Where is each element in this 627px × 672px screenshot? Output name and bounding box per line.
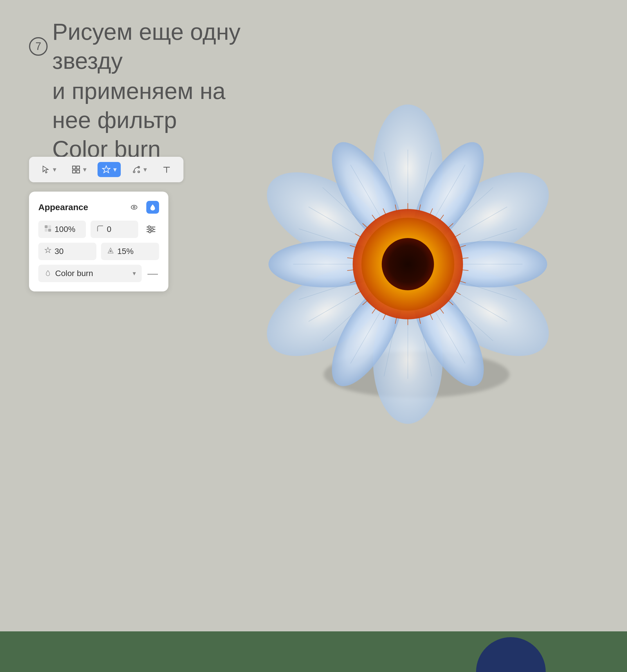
flower-svg — [248, 104, 568, 424]
svg-point-7 — [131, 205, 137, 209]
opacity-field[interactable]: 100% — [38, 221, 86, 238]
svg-point-90 — [382, 238, 434, 290]
pen-tool[interactable]: ▾ — [128, 162, 151, 177]
points-icon — [44, 247, 52, 256]
bottom-bar — [0, 631, 627, 672]
panel-header: Appearance — [38, 201, 159, 214]
corner-value: 0 — [107, 225, 112, 234]
svg-rect-10 — [48, 225, 51, 228]
star-icon — [102, 165, 111, 174]
blend-row: Color burn ▾ — — [38, 265, 159, 282]
fill-button[interactable] — [146, 201, 159, 214]
pen-icon — [132, 165, 141, 174]
sliders-icon — [146, 224, 156, 235]
ratio-icon — [107, 247, 114, 256]
title-area: 7 Рисуем еще одну звезду и применяем на … — [29, 18, 247, 164]
corner-icon — [96, 225, 104, 234]
panel-row-1: 100% 0 — [38, 221, 159, 238]
points-field[interactable]: 30 — [38, 243, 96, 260]
corner-radius-icon — [96, 225, 104, 232]
visibility-button[interactable] — [128, 201, 141, 214]
svg-rect-0 — [73, 166, 75, 169]
bottom-flower-peek — [453, 631, 569, 672]
step-number: 7 — [29, 37, 48, 56]
grid-small-icon — [44, 225, 52, 232]
select-tool[interactable]: ▾ — [37, 162, 61, 177]
svg-point-16 — [148, 226, 150, 228]
frame-chevron: ▾ — [83, 165, 87, 174]
svg-point-17 — [151, 228, 153, 231]
adjustments-button[interactable] — [143, 221, 159, 238]
svg-point-91 — [476, 637, 546, 672]
star-chevron: ▾ — [113, 165, 117, 174]
svg-rect-9 — [45, 225, 48, 228]
pen-chevron: ▾ — [143, 165, 147, 174]
blend-chevron-icon: ▾ — [132, 270, 136, 277]
svg-rect-12 — [48, 229, 51, 232]
toolbar: ▾ ▾ ▾ ▾ — [29, 157, 184, 182]
star-small-icon — [44, 247, 52, 254]
svg-rect-3 — [77, 170, 79, 173]
frame-icon — [71, 165, 81, 174]
frame-tool[interactable]: ▾ — [67, 162, 91, 177]
svg-rect-1 — [77, 166, 79, 169]
svg-point-18 — [149, 231, 151, 233]
remove-blend-button[interactable]: — — [146, 267, 159, 280]
ratio-value: 15% — [117, 247, 134, 256]
ratio-field[interactable]: 15% — [101, 243, 159, 260]
select-chevron: ▾ — [53, 165, 56, 174]
corner-field[interactable]: 0 — [91, 221, 138, 238]
fill-icon — [149, 203, 157, 211]
star-tool[interactable]: ▾ — [98, 162, 121, 177]
svg-point-6 — [138, 171, 140, 173]
flower-illustration — [226, 104, 589, 569]
svg-point-8 — [133, 207, 135, 208]
opacity-value: 100% — [54, 225, 75, 234]
appearance-panel: Appearance — [29, 192, 168, 291]
cursor-icon — [41, 165, 50, 174]
title-line2: и применяем на нее фильтр — [52, 78, 225, 133]
blend-icon — [44, 270, 52, 277]
ratio-icon — [107, 247, 114, 254]
panel-title: Appearance — [38, 202, 88, 212]
panel-row-2: 30 15% — [38, 243, 159, 260]
blend-mode-label: Color burn — [55, 269, 129, 278]
svg-point-4 — [133, 171, 135, 173]
text-icon — [162, 165, 171, 174]
panel-icon-group — [128, 201, 159, 214]
svg-rect-11 — [45, 229, 48, 232]
svg-rect-2 — [73, 170, 75, 173]
text-tool[interactable] — [158, 162, 175, 177]
title-line1: Рисуем еще одну звезду — [52, 18, 247, 75]
opacity-icon — [44, 225, 52, 234]
blend-mode-select[interactable]: Color burn ▾ — [38, 265, 142, 282]
points-value: 30 — [54, 247, 64, 256]
eye-icon — [130, 203, 138, 211]
